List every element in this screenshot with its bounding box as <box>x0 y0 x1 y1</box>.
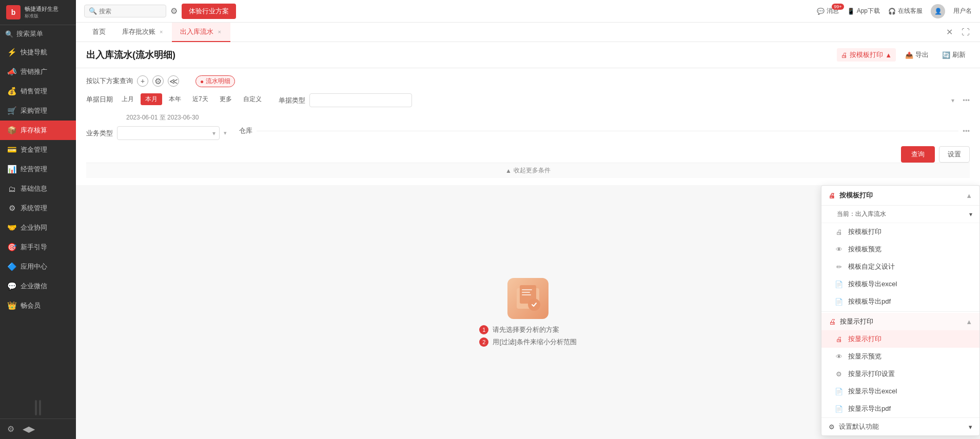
online-service-label: 在线客服 <box>898 7 923 15</box>
user-avatar[interactable]: 👤 <box>931 4 945 18</box>
sidebar-item-collab[interactable]: 🤝 企业协同 <box>0 218 76 237</box>
dropdown-item-template-pdf[interactable]: 📄 按模板导出pdf <box>821 293 979 310</box>
sidebar-item-operations[interactable]: 📊 经营管理 <box>0 159 76 179</box>
sidebar-item-inventory[interactable]: 📦 库存核算 <box>0 121 76 140</box>
date-pill-this-year[interactable]: 本年 <box>164 93 186 105</box>
voucher-type-select[interactable] <box>309 93 412 107</box>
dropdown-item-display-pdf[interactable]: 📄 按显示导出pdf <box>821 400 979 417</box>
empty-step-1: 1 请先选择要分析的方案 <box>479 325 576 334</box>
message-button[interactable]: 💬 消息 99+ <box>817 7 839 15</box>
main-content: 🔍 ⚙ 体验行业方案 💬 消息 99+ 📱 App下载 🎧 在线客服 👤 用户名 <box>76 0 980 439</box>
empty-steps: 1 请先选择要分析的方案 2 用[过滤]条件来缩小分析范围 <box>479 325 576 347</box>
company-name: 畅捷通好生意 <box>25 5 58 12</box>
sidebar-item-guide[interactable]: 🎯 新手引导 <box>0 237 76 257</box>
page-title-row: 出入库流水(流水明细) 🖨 按模板打印 ▲ 📤 导出 🔄 刷新 <box>86 48 970 62</box>
collapse-label: 收起更多条件 <box>514 166 551 175</box>
display-print-section-icon: 🖨 <box>829 317 836 326</box>
business-type-more-icon[interactable]: ▾ <box>224 130 227 136</box>
business-type-select[interactable] <box>117 126 220 140</box>
filter-collapse-button[interactable]: ≪ <box>168 75 179 87</box>
close-all-tabs-icon[interactable]: ✕ <box>943 26 955 38</box>
date-filter-label: 单据日期 <box>86 95 113 104</box>
voucher-type-more-icon[interactable]: ••• <box>963 96 970 104</box>
trial-button[interactable]: 体验行业方案 <box>182 4 236 19</box>
sidebar-label-purchase: 采购管理 <box>21 106 47 115</box>
tab-home-label: 首页 <box>92 27 106 36</box>
date-pill-7days[interactable]: 近7天 <box>188 93 213 105</box>
sidebar-item-finance[interactable]: 💳 资金管理 <box>0 140 76 159</box>
template-excel-icon: 📄 <box>835 280 843 288</box>
sidebar-item-marketing[interactable]: 📣 营销推广 <box>0 62 76 82</box>
topbar-gear-icon[interactable]: ⚙ <box>170 6 178 16</box>
tab-batch-account[interactable]: 库存批次账 × <box>114 23 172 42</box>
dropdown-close-chevron[interactable]: ▲ <box>966 192 972 199</box>
sidebar-item-apps[interactable]: 🔷 应用中心 <box>0 257 76 276</box>
query-button[interactable]: 查询 <box>901 146 935 163</box>
step-2-number: 2 <box>479 337 488 347</box>
tabs-controls: ✕ ⛶ <box>943 26 972 38</box>
add-filter-button[interactable]: + <box>137 75 148 87</box>
warehouse-group: 仓库 ••• <box>239 126 970 135</box>
print-template-button[interactable]: 🖨 按模板打印 ▲ <box>837 48 896 62</box>
dropdown-footer[interactable]: ⚙ 设置默认功能 ▾ <box>821 417 979 435</box>
filter-tag-icon: ● <box>200 78 204 85</box>
sidebar-item-purchase[interactable]: 🛒 采购管理 <box>0 101 76 121</box>
dropdown-item-template-print[interactable]: 🖨 按模板打印 <box>821 223 979 241</box>
sidebar-item-basic[interactable]: 🗂 基础信息 <box>0 179 76 198</box>
sidebar-label-system: 系统管理 <box>21 204 47 213</box>
dropdown-item-template-custom[interactable]: ✏ 模板自定义设计 <box>821 258 979 275</box>
dropdown-item-display-print[interactable]: 🖨 按显示打印 <box>821 330 979 348</box>
template-print-icon: 🖨 <box>835 228 843 236</box>
refresh-button[interactable]: 🔄 刷新 <box>938 48 970 62</box>
dropdown-section-display-print[interactable]: 🖨 按显示打印 ▲ <box>821 313 979 330</box>
date-pill-last-month[interactable]: 上月 <box>117 93 139 105</box>
dropdown-item-display-settings[interactable]: ⚙ 按显示打印设置 <box>821 365 979 383</box>
sidebar-search[interactable]: 🔍 搜索菜单 <box>0 25 76 43</box>
collab-icon: 🤝 <box>7 223 16 232</box>
tab-batch-account-close[interactable]: × <box>159 28 164 35</box>
active-filter-tag[interactable]: ● 流水明细 <box>195 75 235 87</box>
settings-button[interactable]: 设置 <box>939 146 970 163</box>
online-service-button[interactable]: 🎧 在线客服 <box>888 7 923 15</box>
sidebar-label-member: 畅会员 <box>21 301 41 310</box>
basic-icon: 🗂 <box>7 185 16 193</box>
template-excel-label: 按模板导出excel <box>848 280 897 289</box>
dropdown-header: 🖨 按模板打印 ▲ <box>821 186 979 206</box>
sidebar-item-wechat[interactable]: 💬 企业微信 <box>0 276 76 296</box>
search-input[interactable] <box>99 8 155 15</box>
collapse-sidebar-icon[interactable]: ◀▶ <box>23 424 35 434</box>
sidebar-label-finance: 资金管理 <box>21 145 47 154</box>
topbar-search-box[interactable]: 🔍 <box>84 5 166 17</box>
user-name[interactable]: 用户名 <box>953 7 972 15</box>
sidebar: b 畅捷通好生意 标准版 🔍 搜索菜单 ⚡ 快捷导航 📣 营销推广 💰 销售管理… <box>0 0 76 439</box>
tab-home[interactable]: 首页 <box>84 23 114 42</box>
date-pill-more[interactable]: 更多 <box>215 93 237 105</box>
filter-row-1: 按以下方案查询 + ⚙ ≪ ● 流水明细 <box>86 75 970 87</box>
date-pill-custom[interactable]: 自定义 <box>239 93 266 105</box>
date-pill-this-month[interactable]: 本月 <box>141 93 162 105</box>
export-icon: 📤 <box>905 51 913 59</box>
dropdown-item-template-preview[interactable]: 👁 按模板预览 <box>821 241 979 258</box>
sidebar-item-member[interactable]: 👑 畅会员 <box>0 296 76 315</box>
tab-flow-label: 出入库流水 <box>180 27 213 36</box>
filter-settings-button[interactable]: ⚙ <box>152 75 164 87</box>
sidebar-item-sales[interactable]: 💰 销售管理 <box>0 82 76 101</box>
display-excel-icon: 📄 <box>835 387 843 395</box>
export-button[interactable]: 📤 导出 <box>901 48 933 62</box>
collapse-more-button[interactable]: ▲ 收起更多条件 <box>505 166 551 175</box>
app-download-button[interactable]: 📱 App下载 <box>847 7 880 15</box>
tab-flow[interactable]: 出入库流水 × <box>172 23 230 42</box>
dropdown-item-template-excel[interactable]: 📄 按模板导出excel <box>821 275 979 293</box>
display-excel-label: 按显示导出excel <box>848 387 897 396</box>
warehouse-more-icon[interactable]: ••• <box>963 127 970 135</box>
display-pdf-icon: 📄 <box>835 405 843 413</box>
sidebar-item-quick-nav[interactable]: ⚡ 快捷导航 <box>0 43 76 62</box>
dropdown-item-display-preview[interactable]: 👁 按显示预览 <box>821 348 979 365</box>
tab-flow-close[interactable]: × <box>217 28 222 35</box>
dropdown-item-display-excel[interactable]: 📄 按显示导出excel <box>821 383 979 400</box>
dropdown-current-item[interactable]: 当前：出入库流水 ▾ <box>821 206 979 223</box>
template-pdf-icon: 📄 <box>835 297 843 306</box>
sidebar-item-system[interactable]: ⚙ 系统管理 <box>0 198 76 218</box>
maximize-icon[interactable]: ⛶ <box>959 26 972 38</box>
settings-icon[interactable]: ⚙ <box>7 424 14 434</box>
